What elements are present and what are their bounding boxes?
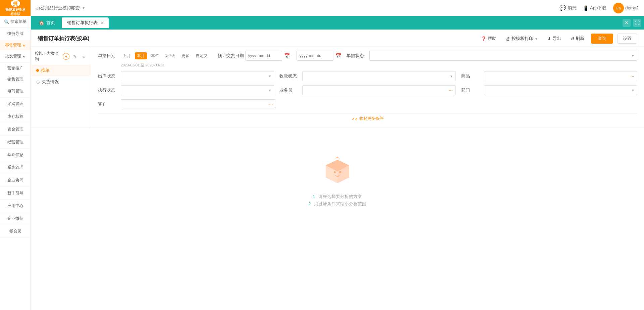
expected-date-start[interactable] xyxy=(245,51,282,61)
sidebar-item-sales-mgmt[interactable]: 销售管理 xyxy=(0,74,31,85)
active-dot xyxy=(36,69,39,72)
department-select[interactable] xyxy=(484,85,637,95)
settings-btn[interactable]: 设置 xyxy=(617,34,637,44)
tab-home-label: 首页 xyxy=(46,20,55,26)
sidebar-item-purchase[interactable]: 采购管理 xyxy=(0,98,31,110)
refresh-btn[interactable]: ↺ 刷新 xyxy=(568,34,587,43)
shortcut-current-month[interactable]: 本月 xyxy=(135,52,147,59)
member-label: 畅会员 xyxy=(9,229,21,234)
export-btn[interactable]: ⬇ 导出 xyxy=(545,34,564,43)
outbound-label: 出库状态 xyxy=(98,73,118,79)
help-icon: ❓ xyxy=(481,36,486,41)
sidebar-item-wholesale-mgmt[interactable]: 批发管理 ▲ xyxy=(0,50,31,63)
shortcut-more[interactable]: 更多 xyxy=(179,52,192,59)
content-area: 销售订单执行表(按单) ❓ 帮助 🖨 按模板打印 ▼ ⬇ 导出 xyxy=(31,30,644,310)
scheme-item-by-order[interactable]: 按单 xyxy=(31,65,91,76)
sidebar-item-quick-nav[interactable]: 快捷导航 xyxy=(0,28,31,40)
home-icon: 🏠 xyxy=(39,20,44,25)
sidebar-item-inventory[interactable]: 库存核算 xyxy=(0,110,31,123)
filter-sidebar-icons: + ✎ « xyxy=(63,53,87,60)
shortcut-7days[interactable]: 近7天 xyxy=(163,52,177,59)
outbound-select[interactable] xyxy=(121,71,274,81)
goods-input-wrap: ··· xyxy=(484,71,637,81)
filter-item-department: 部门 ▼ xyxy=(461,85,637,95)
filter-sidebar-title-text: 按以下方案查询 xyxy=(35,51,63,62)
more-conditions-btn[interactable]: ∧∧ 收起更多条件 xyxy=(98,113,637,123)
sidebar-item-enterprise[interactable]: 企业协同 xyxy=(0,174,31,187)
sidebar-item-newbie[interactable]: 新手引导 xyxy=(0,187,31,200)
query-btn[interactable]: 查询 xyxy=(591,34,613,44)
add-scheme-btn[interactable]: + xyxy=(63,53,69,60)
salesperson-label: 业务员 xyxy=(279,87,300,93)
scheme-label-by-order: 按单 xyxy=(41,67,50,73)
sales-mgmt-label: 销售管理 xyxy=(7,77,23,82)
filter-item-collection: 收款状态 ▼ xyxy=(279,71,455,81)
exec-select[interactable] xyxy=(121,85,274,95)
tab-maximize-btn[interactable]: ⛶ xyxy=(633,19,641,27)
more-conditions-label: 收起更多条件 xyxy=(359,116,383,121)
sidebar-item-operations[interactable]: 经营管理 xyxy=(0,136,31,149)
date-label: 单据日期 xyxy=(98,53,118,59)
wechat-label: 企业微信 xyxy=(7,216,23,221)
customer-ellipsis-btn[interactable]: ··· xyxy=(269,102,273,107)
goods-ellipsis-btn[interactable]: ··· xyxy=(630,73,634,79)
filter-section: 按以下方案查询 + ✎ « 按单 ◷ 欠货情况 xyxy=(31,47,644,128)
expected-date-end[interactable] xyxy=(297,51,333,61)
tab-home[interactable]: 🏠 首页 xyxy=(34,17,60,28)
salesperson-ellipsis-btn[interactable]: ··· xyxy=(449,88,453,93)
sidebar-item-system[interactable]: 系统管理 xyxy=(0,161,31,174)
filter-item-date: 单据日期 上月 本月 本年 近7天 更多 自定义 xyxy=(98,52,210,59)
scheme-item-shortage[interactable]: ◷ 欠货情况 xyxy=(31,76,91,88)
print-label: 按模板打印 xyxy=(512,36,533,42)
print-btn[interactable]: 🖨 按模板打印 ▼ xyxy=(503,34,541,43)
empty-illustration xyxy=(321,155,354,188)
collection-label: 收款状态 xyxy=(279,73,300,79)
status-select[interactable] xyxy=(369,51,637,61)
filter-row-4: 客户 ··· xyxy=(98,99,637,109)
sidebar-item-retail-mgmt[interactable]: 零售管理 ▲ xyxy=(0,40,31,50)
print-arrow: ▼ xyxy=(535,37,538,41)
outbound-select-wrap: ▼ xyxy=(121,71,274,81)
breadcrumb-arrow[interactable]: ▾ xyxy=(83,5,85,10)
shortcut-current-year[interactable]: 本年 xyxy=(149,52,161,59)
user-action[interactable]: Ea demo2 xyxy=(613,3,639,13)
cal-icon-start[interactable]: 📅 xyxy=(284,53,290,58)
sidebar-item-marketing[interactable]: 营销推广 xyxy=(0,63,31,74)
sidebar-item-finance[interactable]: 资金管理 xyxy=(0,123,31,136)
empty-line1: 1 请先选择要分析的方案 xyxy=(313,194,362,200)
exec-select-wrap: ▼ xyxy=(121,85,274,95)
shortcut-last-month[interactable]: 上月 xyxy=(121,52,133,59)
empty-num2: 2 xyxy=(309,202,311,206)
purchase-label: 采购管理 xyxy=(7,101,23,106)
tab-close-btn[interactable]: × xyxy=(101,20,103,25)
collapse-scheme-btn[interactable]: « xyxy=(80,53,87,60)
department-label: 部门 xyxy=(461,87,481,93)
sidebar-item-ecommerce[interactable]: 电商管理 xyxy=(0,85,31,98)
sidebar-item-wechat[interactable]: 企业微信 xyxy=(0,212,31,225)
goods-label: 商品 xyxy=(461,73,481,79)
empty-line2: 2 用过滤条件来缩小分析范围 xyxy=(309,201,367,207)
tab-sales-order[interactable]: 销售订单执行表 × xyxy=(62,17,109,28)
main-area: 办公用品行业模拟账套 ▾ 💬 消息 📱 App下载 Ea demo2 🏠 首页 xyxy=(31,0,644,310)
message-icon: 💬 xyxy=(559,5,566,11)
header-actions: 💬 消息 📱 App下载 Ea demo2 xyxy=(559,3,639,13)
app-download-action[interactable]: 📱 App下载 xyxy=(583,5,606,11)
svg-point-4 xyxy=(334,171,336,173)
sidebar-item-app-center[interactable]: 应用中心 xyxy=(0,200,31,212)
help-btn[interactable]: ❓ 帮助 xyxy=(478,34,499,43)
sidebar-item-basic-info[interactable]: 基础信息 xyxy=(0,149,31,161)
sidebar-search[interactable]: 🔍 搜索菜单 xyxy=(0,16,31,28)
filter-main: 单据日期 上月 本月 本年 近7天 更多 自定义 预计交货日期 xyxy=(91,47,644,127)
filter-sidebar-title: 按以下方案查询 + ✎ « xyxy=(31,51,91,65)
expected-date-filter: 预计交货日期 📅 — 📅 xyxy=(218,51,341,61)
minimize-icon: ✕ xyxy=(625,20,629,25)
collection-select[interactable] xyxy=(302,71,455,81)
cal-icon-end[interactable]: 📅 xyxy=(335,53,341,58)
breadcrumb: 办公用品行业模拟账套 ▾ xyxy=(36,5,85,11)
shortcut-custom[interactable]: 自定义 xyxy=(194,52,210,59)
edit-scheme-btn[interactable]: ✎ xyxy=(71,53,78,60)
sidebar-item-member[interactable]: 畅会员 xyxy=(0,225,31,238)
tab-minimize-btn[interactable]: ✕ xyxy=(623,19,631,27)
customer-label: 客户 xyxy=(98,101,118,107)
message-action[interactable]: 💬 消息 xyxy=(559,5,576,11)
